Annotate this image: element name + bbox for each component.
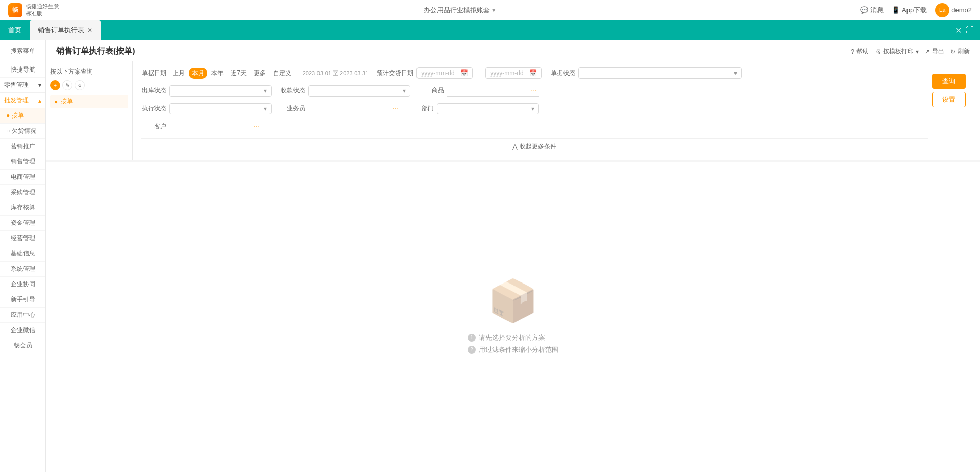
filter-group-exec-status: 执行状态 ▾ <box>141 103 272 114</box>
refresh-icon: ↻ <box>950 48 955 55</box>
scheme-icon: ● <box>54 98 58 105</box>
add-scheme-btn[interactable]: + <box>50 80 60 90</box>
filter-group-dept: 部门 ▾ <box>408 103 539 114</box>
close-tab-icon[interactable]: ✕ <box>87 27 92 34</box>
sidebar-item-operations[interactable]: 经营管理 <box>0 231 45 246</box>
date-tab-more[interactable]: 更多 <box>251 68 269 79</box>
message-btn[interactable]: 💬 消息 <box>860 6 884 15</box>
press-order-icon: ● <box>6 112 10 119</box>
filter-scheme-panel: 按以下方案查询 + ✎ « ● 按单 <box>46 61 133 160</box>
exec-status-dropdown-icon: ▾ <box>264 105 267 112</box>
date-tab-this-year[interactable]: 本年 <box>208 68 227 79</box>
sidebar-item-newbie[interactable]: 新手引导 <box>0 292 45 308</box>
edit-scheme-btn[interactable]: ✎ <box>62 80 72 90</box>
empty-illustration: 📦 <box>487 277 538 325</box>
sidebar-item-marketing[interactable]: 营销推广 <box>0 139 45 154</box>
sidebar-item-finance[interactable]: 资金管理 <box>0 216 45 231</box>
out-status-select[interactable]: ▾ <box>169 85 272 97</box>
sidebar-search-area: 搜索菜单 <box>0 40 45 62</box>
sidebar-item-ecommerce[interactable]: 电商管理 <box>0 170 45 185</box>
logo-area: 畅 畅捷通好生意 标准版 <box>8 3 59 17</box>
collapse-btn[interactable]: ⋀ 收起更多条件 <box>141 138 928 154</box>
filter-scheme-title: 按以下方案查询 <box>50 67 128 76</box>
sidebar-item-enterprise-wechat[interactable]: 企业微信 <box>0 323 45 338</box>
calendar-icon: 📅 <box>460 69 468 77</box>
goods-input[interactable]: ··· <box>447 85 539 97</box>
chevron-down-icon: ▾ <box>38 82 41 89</box>
filter-row-4: 客户 ··· <box>141 121 928 132</box>
doc-status-label: 单据状态 <box>550 69 575 78</box>
sidebar-item-sys-mgmt[interactable]: 系统管理 <box>0 262 45 277</box>
action-buttons: 查询 设置 <box>932 67 972 107</box>
expected-delivery-start-input[interactable]: yyyy-mm-dd 📅 <box>416 67 473 79</box>
sidebar-item-enterprise[interactable]: 企业协同 <box>0 277 45 292</box>
tab-sales-order-exec[interactable]: 销售订单执行表 ✕ <box>30 20 101 40</box>
sidebar-item-purchase[interactable]: 采购管理 <box>0 185 45 200</box>
help-btn[interactable]: ? 帮助 <box>851 47 869 56</box>
expected-delivery-label: 预计交货日期 <box>377 69 413 78</box>
date-tab-custom[interactable]: 自定义 <box>270 68 295 79</box>
salesperson-label: 业务员 <box>280 104 305 113</box>
filter-group-customer: 客户 ··· <box>141 121 261 132</box>
collapse-scheme-btn[interactable]: « <box>75 80 85 90</box>
out-status-label: 出库状态 <box>141 86 166 95</box>
customer-more-icon[interactable]: ··· <box>253 122 259 130</box>
filter-group-date: 单据日期 上月 本月 本年 近7天 更多 自定义 <box>141 68 295 79</box>
date-separator: — <box>476 69 482 77</box>
date-tab-this-month[interactable]: 本月 <box>189 68 207 79</box>
empty-hint-1: 1 请先选择要分析的方案 <box>468 333 558 342</box>
sidebar-sub-item-press-order[interactable]: ● 按单 <box>0 108 45 124</box>
sidebar-sub-item-debt[interactable]: ○ 欠货情况 <box>0 124 45 139</box>
dept-label: 部门 <box>408 104 434 113</box>
customer-input[interactable]: ··· <box>169 121 261 132</box>
goods-more-icon[interactable]: ··· <box>531 86 537 95</box>
filter-scheme-actions: + ✎ « <box>50 80 128 90</box>
filter-group-doc-status: 单据状态 ▾ <box>550 67 742 79</box>
sidebar-item-member[interactable]: 畅会员 <box>0 338 45 353</box>
refresh-btn[interactable]: ↻ 刷新 <box>950 47 970 56</box>
debt-icon: ○ <box>6 127 10 134</box>
maximize-window-btn[interactable]: ⛶ <box>966 26 974 35</box>
sidebar-item-retail-mgmt[interactable]: 零售管理 ▾ <box>0 78 45 93</box>
logo-text: 畅捷通好生意 标准版 <box>26 3 59 16</box>
receipt-status-select[interactable]: ▾ <box>308 85 410 97</box>
date-tab-7days[interactable]: 近7天 <box>228 68 250 79</box>
exec-status-select[interactable]: ▾ <box>169 103 272 114</box>
sidebar-item-wholesale-mgmt[interactable]: 批发管理 ▴ <box>0 93 45 108</box>
customer-label: 客户 <box>141 122 166 131</box>
main-layout: 搜索菜单 快捷导航 零售管理 ▾ 批发管理 ▴ ● 按单 ○ 欠货情况 营销推广… <box>0 40 980 472</box>
top-center-title[interactable]: 办公用品行业模拟账套 ▾ <box>424 6 496 15</box>
sidebar-item-basic-info[interactable]: 基础信息 <box>0 246 45 262</box>
tab-home[interactable]: 首页 <box>0 20 30 40</box>
doc-status-select[interactable]: ▾ <box>578 67 742 79</box>
export-btn[interactable]: ↗ 导出 <box>925 47 944 56</box>
dept-select[interactable]: ▾ <box>437 103 539 114</box>
search-menu-btn[interactable]: 搜索菜单 <box>4 44 41 58</box>
filter-row-3: 执行状态 ▾ 业务员 ··· <box>141 103 928 114</box>
user-avatar-area[interactable]: Ea demo2 <box>935 3 972 17</box>
sidebar-item-inventory[interactable]: 库存核算 <box>0 200 45 216</box>
app-download-btn[interactable]: 📱 App下载 <box>892 6 927 15</box>
query-btn[interactable]: 查询 <box>932 74 966 89</box>
expected-delivery-end-input[interactable]: yyyy-mm-dd 📅 <box>485 67 542 79</box>
page-title: 销售订单执行表(按单) <box>56 46 135 57</box>
empty-state: 📦 1 请先选择要分析的方案 2 用过滤条件来缩小分析范围 <box>46 162 980 472</box>
filter-group-out-status: 出库状态 ▾ <box>141 85 272 97</box>
filter-row-1: 单据日期 上月 本月 本年 近7天 更多 自定义 2023 <box>141 67 972 154</box>
sidebar-item-sales-mgmt[interactable]: 销售管理 <box>0 154 45 170</box>
date-tab-last-month[interactable]: 上月 <box>169 68 188 79</box>
settings-btn[interactable]: 设置 <box>932 92 966 107</box>
salesperson-input[interactable]: ··· <box>308 103 400 114</box>
scheme-press-order-item[interactable]: ● 按单 <box>50 95 128 108</box>
salesperson-more-icon[interactable]: ··· <box>392 104 398 112</box>
sidebar-item-app-center[interactable]: 应用中心 <box>0 308 45 323</box>
goods-label: 商品 <box>419 86 444 95</box>
close-window-btn[interactable]: ✕ <box>955 26 962 35</box>
header-right: 💬 消息 📱 App下载 Ea demo2 <box>860 3 972 17</box>
print-btn[interactable]: 🖨 按模板打印 ▾ <box>875 47 919 56</box>
logo-icon: 畅 <box>8 3 22 17</box>
sidebar-item-quick-nav[interactable]: 快捷导航 <box>0 62 45 78</box>
exec-status-label: 执行状态 <box>141 104 166 113</box>
date-tabs: 上月 本月 本年 近7天 更多 自定义 <box>169 68 295 79</box>
receipt-status-label: 收款状态 <box>280 86 305 95</box>
